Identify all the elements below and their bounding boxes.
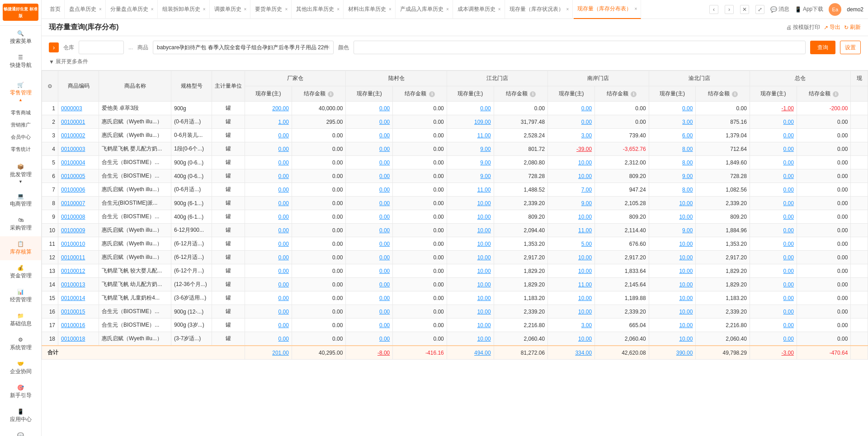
row-l-qty[interactable]: 0.00 — [346, 183, 393, 197]
gear-icon[interactable]: ⚙ — [47, 83, 52, 89]
row-jb-qty[interactable]: 10.00 — [447, 332, 494, 346]
row-jb-qty[interactable]: 10.00 — [447, 305, 494, 319]
close-icon[interactable]: × — [285, 7, 288, 12]
info-icon[interactable]: ℹ — [732, 91, 738, 97]
row-l-qty[interactable]: 0.00 — [346, 142, 393, 156]
row-l-qty[interactable]: 0.00 — [346, 291, 393, 305]
row-z-qty[interactable]: 0.00 — [750, 197, 797, 210]
close-icon[interactable]: × — [566, 7, 569, 12]
row-l-qty[interactable]: 0.00 — [346, 210, 393, 224]
sidebar-item-member[interactable]: 会员中心 — [0, 131, 41, 143]
row-f-qty[interactable]: 0.00 — [245, 291, 292, 305]
table-wrapper[interactable]: ⚙ 商品编码 商品名称 规格型号 主计量单位 厂家仓 陆村仓 江北门店 南岸门店… — [42, 70, 868, 436]
row-z-qty[interactable]: 0.00 — [750, 210, 797, 224]
info-icon[interactable]: ℹ — [429, 91, 435, 97]
row-jb-qty[interactable]: 10.00 — [447, 251, 494, 264]
row-f-qty[interactable]: 0.00 — [245, 129, 292, 142]
row-l-qty[interactable]: 0.00 — [346, 224, 393, 237]
row-jb-qty[interactable]: 9.00 — [447, 156, 494, 169]
row-z-qty[interactable]: 0.00 — [750, 264, 797, 278]
row-l-qty[interactable]: 0.00 — [346, 251, 393, 264]
row-na-qty[interactable]: 7.00 — [548, 183, 595, 197]
export-button[interactable]: ↗ 导出 — [824, 23, 840, 31]
row-code[interactable]: 00100015 — [58, 305, 99, 319]
sidebar-item-marketing[interactable]: 营销推广 — [0, 119, 41, 131]
total-jb-qty[interactable]: 494.00 — [447, 346, 494, 360]
tab-costadj[interactable]: 成本调整单历史 × — [454, 0, 505, 19]
row-na-qty[interactable]: 11.00 — [548, 224, 595, 237]
row-na-qty[interactable]: 10.00 — [548, 156, 595, 169]
row-f-qty[interactable]: 0.00 — [245, 237, 292, 251]
tab-materialout[interactable]: 材料出库单历史 × — [344, 0, 396, 19]
row-code[interactable]: 00100014 — [58, 291, 99, 305]
tab-stockstatus[interactable]: 现存量（库存状况表） × — [506, 0, 573, 19]
close-icon[interactable]: × — [446, 7, 449, 12]
row-l-qty[interactable]: 0.00 — [346, 169, 393, 183]
msg-btn[interactable]: 💬 消息 — [770, 5, 789, 13]
row-na-qty[interactable]: 10.00 — [548, 264, 595, 278]
row-code[interactable]: 00100018 — [58, 332, 99, 346]
row-jb-qty[interactable]: 10.00 — [447, 291, 494, 305]
row-na-qty[interactable]: 10.00 — [548, 332, 595, 346]
tab-expand-btn[interactable]: ⤢ — [755, 5, 764, 14]
sidebar-item-finance[interactable]: 💰 资金管理 — [0, 260, 41, 284]
row-z-qty[interactable]: 0.00 — [750, 278, 797, 291]
row-jb-qty[interactable]: 10.00 — [447, 264, 494, 278]
sidebar-item-guide[interactable]: 🎯 新手引导 — [0, 380, 41, 404]
sidebar-item-basic[interactable]: 📁 基础信息 — [0, 308, 41, 332]
sidebar-item-appcenter[interactable]: 📱 应用中心 — [0, 404, 41, 428]
sidebar-item-wxwork[interactable]: 💬 企业微信 — [0, 428, 41, 436]
sidebar-item-wholesale[interactable]: 📦 批发管理 ▼ — [0, 159, 41, 188]
info-icon[interactable]: ℹ — [530, 91, 536, 97]
tab-stockcheck[interactable]: 盘点单历史 × — [66, 0, 106, 19]
th-gear[interactable]: ⚙ — [42, 71, 58, 102]
info-icon[interactable]: ℹ — [328, 91, 334, 97]
row-l-qty[interactable]: 0.00 — [346, 115, 393, 129]
filter-toggle-btn[interactable]: › — [49, 42, 59, 52]
row-na-qty[interactable]: 10.00 — [548, 291, 595, 305]
search-button[interactable]: 查询 — [810, 41, 835, 54]
info-icon[interactable]: ℹ — [833, 91, 839, 97]
row-code[interactable]: 00100002 — [58, 129, 99, 142]
close-icon[interactable]: × — [203, 7, 206, 12]
row-l-qty[interactable]: 0.00 — [346, 237, 393, 251]
row-code[interactable]: 00100006 — [58, 183, 99, 197]
row-l-qty[interactable]: 0.00 — [346, 332, 393, 346]
row-yb-qty[interactable]: 3.00 — [649, 115, 696, 129]
row-na-qty[interactable]: 10.00 — [548, 251, 595, 264]
row-yb-qty[interactable]: 10.00 — [649, 264, 696, 278]
row-na-qty[interactable]: 10.00 — [548, 305, 595, 319]
row-f-qty[interactable]: 0.00 — [245, 224, 292, 237]
row-yb-qty[interactable]: 10.00 — [649, 305, 696, 319]
close-icon[interactable]: × — [389, 7, 392, 12]
total-z-qty[interactable]: -3.00 — [750, 346, 797, 360]
total-na-qty[interactable]: 334.00 — [548, 346, 595, 360]
row-jb-qty[interactable]: 10.00 — [447, 224, 494, 237]
row-f-qty[interactable]: 0.00 — [245, 332, 292, 346]
row-yb-qty[interactable]: 9.00 — [649, 224, 696, 237]
sidebar-item-mgmt[interactable]: 📊 经营管理 — [0, 284, 41, 308]
tab-transfer[interactable]: 调拨单历史 × — [211, 0, 251, 19]
sidebar-item-purchase[interactable]: 🛍 采购管理 — [0, 212, 41, 236]
row-yb-qty[interactable]: 9.00 — [649, 169, 696, 183]
row-f-qty[interactable]: 0.00 — [245, 319, 292, 332]
row-l-qty[interactable]: 0.00 — [346, 197, 393, 210]
row-z-qty[interactable]: 0.00 — [750, 224, 797, 237]
close-icon[interactable]: × — [99, 7, 102, 12]
row-l-qty[interactable]: 0.00 — [346, 278, 393, 291]
row-jb-qty[interactable]: 10.00 — [447, 278, 494, 291]
row-z-qty[interactable]: 0.00 — [750, 142, 797, 156]
username[interactable]: demo2 — [847, 6, 863, 13]
row-z-qty[interactable]: 0.00 — [750, 319, 797, 332]
row-f-qty[interactable]: 0.00 — [245, 251, 292, 264]
row-yb-qty[interactable]: 0.00 — [649, 102, 696, 115]
tab-stockdist[interactable]: 现存量（库存分布表） × — [574, 0, 641, 19]
sidebar-item-retailshop[interactable]: 零售商城 — [0, 107, 41, 119]
setting-button[interactable]: 设置 — [840, 41, 861, 54]
sidebar-item-retailstat[interactable]: 零售统计 — [0, 143, 41, 155]
row-yb-qty[interactable]: 10.00 — [649, 237, 696, 251]
tab-home[interactable]: 首页 — [46, 0, 65, 19]
row-code[interactable]: 00100004 — [58, 156, 99, 169]
total-l-qty[interactable]: -8.00 — [346, 346, 393, 360]
row-f-qty[interactable]: 0.00 — [245, 305, 292, 319]
